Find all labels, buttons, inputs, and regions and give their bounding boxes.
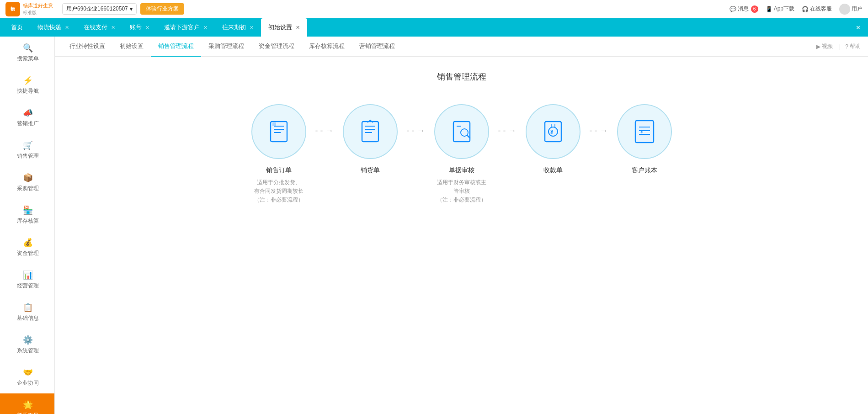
flow-circle-sales-invoice [343,104,398,159]
nav-tab-invite[interactable]: 邀请下游客户 ✕ [157,18,215,37]
nav-tab-home-label: 首页 [11,23,23,32]
inventory-icon: 🏪 [23,205,33,215]
search-icon: 🔍 [23,43,33,53]
nav-tab-payment-close[interactable]: ✕ [111,25,115,31]
flow-item-customer-ledger: ¥ 客户账本 [608,104,681,178]
flow-circle-receipt: ¥ [526,104,580,159]
nav-tab-logistics-close[interactable]: ✕ [65,25,69,31]
sidebar-item-search[interactable]: 🔍 搜索菜单 [0,37,54,69]
sub-tab-initial[interactable]: 初始设置 [112,37,151,57]
nav-tab-account-label: 账号 [130,23,142,32]
experience-button[interactable]: 体验行业方案 [140,3,184,15]
sidebar-item-system[interactable]: ⚙️ 系统管理 [0,329,54,361]
sidebar-item-enterprise-coop[interactable]: 🤝 企业协同 [0,361,54,393]
message-label: 消息 [738,5,749,13]
help-label: 帮助 [850,42,861,50]
page-title: 销售管理流程 [55,57,868,104]
sub-tab-marketing-flow[interactable]: 营销管理流程 [352,37,402,57]
sidebar-item-basic-label: 基础信息 [17,314,39,322]
sub-tab-industry[interactable]: 行业特性设置 [62,37,112,57]
svg-rect-5 [362,122,378,142]
marketing-promo-icon: 📣 [23,108,33,118]
sidebar-item-newbie-label: 新手引导 [17,412,39,414]
flow-label-audit: 单据审核 [449,166,474,175]
flow-arrow-1: - - → [315,104,334,136]
sub-tab-finance-flow-label: 资金管理流程 [259,42,294,49]
svg-rect-4 [272,122,276,126]
nav-tab-account[interactable]: 账号 ✕ [122,18,157,37]
nav-tab-payment[interactable]: 在线支付 ✕ [76,18,122,37]
basic-icon: 📋 [23,303,33,313]
nav-tab-init[interactable]: 初始设置 ✕ [261,18,307,37]
sidebar-item-operations[interactable]: 📊 经营管理 [0,264,54,296]
nav-tab-invite-close[interactable]: ✕ [203,25,208,31]
app-download-link[interactable]: 📱 App下载 [766,5,794,13]
user-selector[interactable]: 用户690企业1660120507 ▾ [62,3,137,15]
nav-tab-home[interactable]: 首页 [4,18,30,37]
sales-invoice-icon [357,119,383,144]
flow-arrow-2: - - → [407,104,425,136]
sidebar-item-purchase[interactable]: 📦 采购管理 [0,166,54,199]
sidebar-item-marketing-promo[interactable]: 📣 营销推广 [0,101,54,134]
nav-tab-history-close[interactable]: ✕ [250,25,254,31]
nav-tab-logistics[interactable]: 物流快递 ✕ [30,18,76,37]
sub-tab-finance-flow[interactable]: 资金管理流程 [251,37,302,57]
svg-rect-18 [635,121,654,143]
flow-circle-customer-ledger: ¥ [617,104,672,159]
receipt-icon: ¥ [540,119,566,144]
nav-tabs: 首页 物流快递 ✕ 在线支付 ✕ 账号 ✕ 邀请下游客户 ✕ 往来期初 ✕ 初始… [0,18,868,37]
brand-name: 畅库道好生意标准版 [23,2,53,16]
sidebar-item-inventory[interactable]: 🏪 库存核算 [0,199,54,231]
sub-tab-inventory-flow[interactable]: 库存核算流程 [302,37,352,57]
nav-close-all-button[interactable]: ✕ [852,24,864,31]
quick-icon: ⚡ [23,75,33,85]
message-link[interactable]: 💬 消息 6 [730,5,758,13]
sidebar-item-operations-label: 经营管理 [17,282,39,290]
audit-icon [449,119,474,144]
flow-arrow-3: - - → [498,104,517,136]
nav-tab-init-label: 初始设置 [268,23,292,32]
username-label: 用户 [852,5,863,13]
logo: 畅 [5,2,20,16]
user-avatar-area[interactable]: 用户 [839,4,863,15]
nav-tab-history[interactable]: 往来期初 ✕ [215,18,261,37]
top-bar: 畅 畅库道好生意标准版 用户690企业1660120507 ▾ 体验行业方案 💬… [0,0,868,18]
flow-circle-sales-order [251,104,306,159]
sales-order-icon [266,119,292,144]
nav-tab-account-close[interactable]: ✕ [145,25,149,31]
sub-tabs: 行业特性设置 初始设置 销售管理流程 采购管理流程 资金管理流程 库存核算流程 … [55,37,868,57]
nav-tab-logistics-label: 物流快递 [37,23,61,32]
nav-tab-invite-label: 邀请下游客户 [164,23,200,32]
sub-tab-purchase-flow[interactable]: 采购管理流程 [201,37,251,57]
video-help-link[interactable]: ▶ 视频 [816,42,833,50]
sidebar-item-marketing-promo-label: 营销推广 [17,120,39,127]
message-badge: 6 [751,5,758,13]
sidebar-item-finance-label: 资金管理 [17,249,39,257]
flow-desc-sales-order: 适用于分批发货、有合同发货周期较长（注：非必要流程） [254,178,304,205]
enterprise-coop-icon: 🤝 [23,367,33,377]
sub-tab-sales-flow[interactable]: 销售管理流程 [151,37,201,57]
sidebar-item-system-label: 系统管理 [17,347,39,355]
top-bar-left: 畅 畅库道好生意标准版 用户690企业1660120507 ▾ 体验行业方案 [5,2,184,16]
sidebar-item-finance[interactable]: 💰 资金管理 [0,231,54,264]
sidebar-item-newbie[interactable]: 🌟 新手引导 [0,393,54,414]
flow-item-receipt: ¥ 收款单 [517,104,590,178]
help-link[interactable]: ? 帮助 [845,42,861,50]
sidebar-item-quick[interactable]: ⚡ 快捷导航 [0,69,54,101]
flow-item-sales-invoice: 销货单 [334,104,407,178]
sidebar-item-sales[interactable]: 🛒 销售管理 [0,134,54,166]
app-download-label: App下载 [774,5,794,13]
sidebar-item-purchase-label: 采购管理 [17,185,39,192]
flow-label-receipt: 收款单 [543,166,563,175]
flow-arrow-4: - - → [590,104,608,136]
sidebar-item-enterprise-coop-label: 企业协同 [17,379,39,387]
flow-diagram: 销售订单 适用于分批发货、有合同发货周期较长（注：非必要流程） - - → [55,104,868,232]
sidebar-item-sales-label: 销售管理 [17,152,39,160]
layout: 🔍 搜索菜单 ⚡ 快捷导航 📣 营销推广 🛒 销售管理 📦 采购管理 🏪 库存核… [0,37,868,414]
sidebar-item-basic[interactable]: 📋 基础信息 [0,296,54,329]
nav-tab-init-close[interactable]: ✕ [296,25,300,31]
flow-item-audit: 单据审核 适用于财务审核或主管审核（注：非必要流程） [425,104,498,205]
sales-icon: 🛒 [23,140,33,150]
online-service-link[interactable]: 🎧 在线客服 [802,5,832,13]
svg-text:¥: ¥ [550,129,554,135]
